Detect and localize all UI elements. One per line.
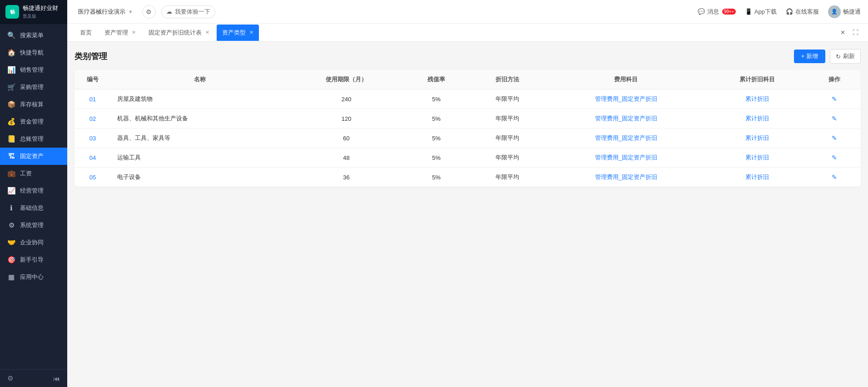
sidebar-item-搜索菜单[interactable]: 🔍 搜索菜单 (0, 27, 67, 44)
cell-method-1: 年限平均 (469, 109, 546, 129)
edit-button-2[interactable]: ✎ (832, 134, 837, 142)
cell-expense-4: 管理费用_固定资产折旧 (546, 168, 706, 187)
sidebar-label-1: 快捷导航 (20, 49, 44, 57)
sidebar-label-12: 企业协同 (20, 238, 44, 247)
topbar: 医疗器械行业演示 ▼ ⚙ ☁ 我要体验一下 💬 消息 99++ 📱 App下载 … (67, 0, 868, 24)
sidebar-label-11: 系统管理 (20, 221, 44, 229)
close-tab-button[interactable]: ✕ (837, 27, 848, 38)
cell-action-4: ✎ (808, 168, 861, 187)
header-actions: + 新增 ↻ 刷新 (794, 49, 861, 64)
tab-0[interactable]: 首页 (74, 25, 97, 41)
cell-residual-3: 5% (404, 148, 469, 168)
message-label: 消息 (707, 8, 719, 16)
cell-method-0: 年限平均 (469, 89, 546, 109)
sidebar-item-采购管理[interactable]: 🛒 采购管理 (0, 79, 67, 96)
cell-name-1: 机器、机械和其他生产设备 (111, 109, 289, 129)
edit-button-4[interactable]: ✎ (832, 174, 837, 181)
sidebar-item-快捷导航[interactable]: 🏠 快捷导航 (0, 44, 67, 61)
sidebar-version: 普及版 (23, 13, 58, 20)
message-button[interactable]: 💬 消息 99++ (698, 8, 736, 16)
sidebar-icon-10: ℹ (7, 204, 15, 212)
edit-button-3[interactable]: ✎ (832, 154, 837, 161)
sidebar-item-新手引导[interactable]: 🎯 新手引导 (0, 251, 67, 268)
table-row: 03 器具、工具、家具等 60 5% 年限平均 管理费用_固定资产折旧 累计折旧… (74, 129, 861, 148)
main-wrap: 医疗器械行业演示 ▼ ⚙ ☁ 我要体验一下 💬 消息 99++ 📱 App下载 … (67, 0, 868, 387)
company-selector[interactable]: 医疗器械行业演示 ▼ (74, 6, 137, 18)
app-download-button[interactable]: 📱 App下载 (745, 8, 777, 16)
cell-code-0: 01 (74, 89, 111, 109)
sidebar-item-固定资产[interactable]: 🏗 固定资产 (0, 148, 67, 165)
cell-method-4: 年限平均 (469, 168, 546, 187)
category-table: 编号名称使用期限（月）残值率折旧方法费用科目累计折旧科目操作 01 房屋及建筑物… (74, 70, 861, 187)
user-avatar: 👤 (828, 5, 841, 18)
tab-3[interactable]: 资产类型✕ (217, 25, 259, 41)
col-header-5: 费用科目 (546, 70, 706, 89)
sidebar-item-库存核算[interactable]: 📦 库存核算 (0, 96, 67, 113)
experience-button[interactable]: ☁ 我要体验一下 (161, 5, 215, 18)
user-menu[interactable]: 👤 畅捷通 (828, 5, 861, 18)
cell-method-2: 年限平均 (469, 129, 546, 148)
cell-expense-1: 管理费用_固定资产折旧 (546, 109, 706, 129)
cell-period-2: 60 (289, 129, 404, 148)
sidebar-item-经营管理[interactable]: 📈 经营管理 (0, 182, 67, 199)
cell-action-2: ✎ (808, 129, 861, 148)
cell-name-2: 器具、工具、家具等 (111, 129, 289, 148)
col-header-1: 名称 (111, 70, 289, 89)
sidebar-label-6: 总账管理 (20, 135, 44, 143)
sidebar-header: 畅 畅捷通好业财 普及版 (0, 0, 67, 24)
message-badge: 99++ (722, 9, 736, 15)
tab-1[interactable]: 资产管理✕ (99, 25, 141, 41)
tab-label-0: 首页 (80, 29, 92, 37)
new-button[interactable]: + 新增 (794, 50, 825, 63)
service-label: 在线客服 (795, 8, 819, 16)
service-icon: 🎧 (786, 8, 793, 15)
cell-code-3: 04 (74, 148, 111, 168)
tab-label-3: 资产类型 (222, 29, 246, 37)
refresh-button[interactable]: ↻ 刷新 (830, 49, 861, 64)
edit-button-1[interactable]: ✎ (832, 115, 837, 122)
cell-expense-3: 管理费用_固定资产折旧 (546, 148, 706, 168)
sidebar-item-总账管理[interactable]: 📒 总账管理 (0, 130, 67, 148)
col-header-7: 操作 (808, 70, 861, 89)
sidebar-item-基础信息[interactable]: ℹ 基础信息 (0, 199, 67, 217)
tab-close-2[interactable]: ✕ (205, 30, 209, 35)
cell-period-3: 48 (289, 148, 404, 168)
category-table-wrap: 编号名称使用期限（月）残值率折旧方法费用科目累计折旧科目操作 01 房屋及建筑物… (74, 70, 861, 187)
tab-label-2: 固定资产折旧统计表 (149, 29, 202, 37)
sidebar-item-系统管理[interactable]: ⚙ 系统管理 (0, 217, 67, 234)
experience-label: 我要体验一下 (175, 8, 210, 16)
tabbar: 首页资产管理✕固定资产折旧统计表✕资产类型✕ ✕ ⛶ (67, 24, 868, 42)
tabbar-actions: ✕ ⛶ (837, 27, 861, 38)
sidebar-item-资金管理[interactable]: 💰 资金管理 (0, 113, 67, 130)
sidebar-item-应用中心[interactable]: ▦ 应用中心 (0, 268, 67, 286)
sidebar-icon-1: 🏠 (7, 49, 15, 57)
sidebar-icon-3: 🛒 (7, 83, 15, 91)
collapse-icon[interactable]: ⏮ (53, 375, 60, 382)
table-row: 04 运输工具 48 5% 年限平均 管理费用_固定资产折旧 累计折旧 ✎ (74, 148, 861, 168)
tab-close-1[interactable]: ✕ (132, 30, 136, 35)
sidebar-item-工资[interactable]: 💼 工资 (0, 165, 67, 182)
sidebar-label-5: 资金管理 (20, 118, 44, 126)
sidebar-item-企业协同[interactable]: 🤝 企业协同 (0, 234, 67, 251)
cell-expense-2: 管理费用_固定资产折旧 (546, 129, 706, 148)
sidebar-label-10: 基础信息 (20, 204, 44, 212)
settings-icon[interactable]: ⚙ (7, 374, 13, 382)
cell-accum-1: 累计折旧 (706, 109, 808, 129)
maximize-tab-button[interactable]: ⛶ (850, 27, 861, 38)
sidebar-icon-14: ▦ (7, 273, 15, 281)
settings-button[interactable]: ⚙ (142, 5, 156, 19)
tab-2[interactable]: 固定资产折旧统计表✕ (143, 25, 215, 41)
edit-button-0[interactable]: ✎ (832, 95, 837, 103)
company-name: 医疗器械行业演示 (78, 8, 125, 16)
online-service-button[interactable]: 🎧 在线客服 (786, 8, 819, 16)
sidebar-label-13: 新手引导 (20, 256, 44, 264)
cell-action-0: ✎ (808, 89, 861, 109)
sidebar-icon-9: 📈 (7, 187, 15, 195)
cloud-icon: ☁ (166, 8, 172, 15)
sidebar-icon-0: 🔍 (7, 31, 15, 40)
tab-close-3[interactable]: ✕ (249, 30, 253, 35)
col-header-0: 编号 (74, 70, 111, 89)
page-title: 类别管理 (74, 51, 107, 62)
sidebar-item-销售管理[interactable]: 📊 销售管理 (0, 61, 67, 79)
sidebar-icon-5: 💰 (7, 118, 15, 126)
